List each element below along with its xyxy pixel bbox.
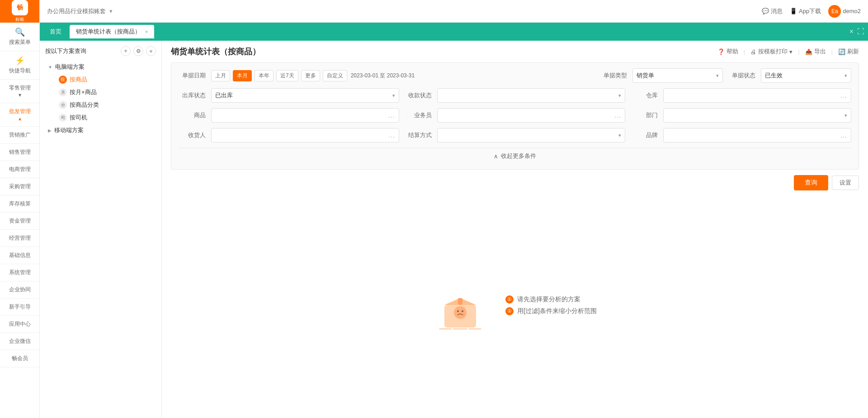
tip2-num: ②: [505, 307, 514, 315]
filter-row-2: 出库状态 已出库 ▾ 收款状态 ▾ 仓库 …: [179, 88, 851, 103]
empty-illustration: [433, 280, 487, 334]
out-status-select[interactable]: 已出库 ▾: [211, 88, 399, 103]
tab-home[interactable]: 首页: [43, 25, 68, 38]
payment-label: 结算方式: [405, 131, 432, 139]
dept-label: 部门: [631, 111, 658, 119]
add-plan-btn[interactable]: +: [121, 46, 131, 56]
date-btn-custom[interactable]: 自定义: [323, 70, 347, 81]
payment-select[interactable]: ▾: [437, 128, 625, 142]
tab-bar-right: × ⛶: [849, 28, 864, 36]
sidebar-item-apps[interactable]: 应用中心: [0, 316, 39, 333]
receipt-status-select[interactable]: ▾: [437, 88, 625, 103]
sidebar-item-wechat[interactable]: 企业微信: [0, 333, 39, 350]
empty-tip-1: ① 请先选择要分析的方案: [505, 295, 597, 304]
help-action[interactable]: ❓ 帮助: [717, 48, 738, 56]
date-btn-last7[interactable]: 近7天: [276, 70, 298, 81]
tab-maximize-btn[interactable]: ⛶: [857, 28, 864, 36]
sidebar-item-basic[interactable]: 基础信息: [0, 247, 39, 264]
tree-item-by-month-product[interactable]: 月 按月+商品: [45, 86, 156, 99]
date-btn-this-month[interactable]: 本月: [233, 70, 252, 81]
dept-select[interactable]: ▾: [663, 108, 851, 123]
sidebar-item-inventory[interactable]: 库存核算: [0, 195, 39, 213]
doc-status-select[interactable]: 已生效 ▾: [761, 68, 851, 83]
page-title: 销货单统计表（按商品）: [171, 46, 260, 57]
print-action[interactable]: 🖨 按模板打印 ▾: [750, 48, 793, 56]
date-btn-more[interactable]: 更多: [301, 70, 320, 81]
svg-rect-1: [458, 298, 462, 305]
date-btn-last-month[interactable]: 上月: [211, 70, 230, 81]
system-label: 系统管理: [2, 269, 38, 276]
setting-button[interactable]: 设置: [832, 176, 859, 190]
tab-minimize-btn[interactable]: ×: [849, 28, 854, 36]
wholesale-label: 批发管理: [2, 108, 38, 115]
sidebar-item-sales[interactable]: 销售管理: [0, 144, 39, 161]
staff-dots[interactable]: …: [614, 111, 621, 119]
refresh-action[interactable]: 🔄 刷新: [838, 48, 859, 56]
tree-pc-section[interactable]: ▼ 电脑端方案: [45, 61, 156, 73]
brand-input[interactable]: …: [663, 128, 851, 142]
query-button[interactable]: 查询: [794, 175, 828, 190]
sidebar-nav: 🔍 搜索菜单 ⚡ 快捷导航 零售管理 ▾ 批发管理 ▴ 营销推广 销售管理 电商…: [0, 23, 39, 418]
tab-active[interactable]: 销货单统计表（按商品） ×: [70, 25, 154, 38]
collapse-panel-btn[interactable]: «: [146, 46, 156, 56]
svg-point-3: [457, 310, 459, 312]
tree-item-by-driver[interactable]: 司 按司机: [45, 111, 156, 124]
sidebar-item-ecommerce[interactable]: 电商管理: [0, 161, 39, 178]
payment-arrow: ▾: [618, 133, 621, 138]
tab-close-icon[interactable]: ×: [145, 29, 148, 34]
tip1-num: ①: [505, 295, 514, 304]
export-action[interactable]: 📤 导出: [805, 48, 826, 56]
app-download-action[interactable]: 📱 App下载: [790, 7, 821, 15]
doc-type-arrow: ▾: [716, 73, 719, 79]
sidebar-item-wholesale[interactable]: 批发管理 ▴: [0, 103, 39, 127]
warehouse-input[interactable]: …: [663, 88, 851, 103]
main-area: 办公用品行业模拟账套 ▾ 💬 消息 📱 App下载 Ea demo2 首页 销货…: [40, 0, 868, 418]
by-category-icon: 分: [59, 101, 67, 109]
dept-arrow: ▾: [844, 113, 847, 119]
retail-arrow: ▾: [19, 92, 21, 98]
warehouse-label: 仓库: [631, 91, 658, 100]
receiver-input[interactable]: …: [211, 128, 399, 142]
sidebar-quicknav[interactable]: ⚡ 快捷导航: [0, 51, 39, 80]
filter-area: 单据日期 上月 本月 本年 近7天 更多 自定义 2023-03-01 至 20…: [162, 57, 868, 175]
sidebar-item-operations[interactable]: 经营管理: [0, 230, 39, 247]
settings-plan-btn[interactable]: ⚙: [133, 46, 143, 56]
sidebar-item-purchase[interactable]: 采购管理: [0, 178, 39, 195]
product-dots[interactable]: …: [388, 111, 395, 119]
receiver-dots[interactable]: …: [388, 131, 395, 139]
empty-svg: [433, 280, 487, 334]
left-panel-header: 按以下方案查询 + ⚙ «: [45, 46, 156, 56]
sidebar-item-finance[interactable]: 资金管理: [0, 213, 39, 230]
tree-mobile-section[interactable]: ▶ 移动端方案: [45, 124, 156, 137]
staff-input[interactable]: …: [437, 108, 625, 123]
header-actions: 💬 消息 📱 App下载 Ea demo2: [762, 5, 861, 18]
top-header-title: 办公用品行业模拟账套 ▾: [47, 7, 755, 15]
tree-item-by-product[interactable]: 按 按商品: [45, 73, 156, 86]
product-input[interactable]: …: [211, 108, 399, 123]
warehouse-dots[interactable]: …: [840, 91, 847, 100]
filter-row-1: 单据日期 上月 本月 本年 近7天 更多 自定义 2023-03-01 至 20…: [179, 68, 851, 83]
sidebar-search[interactable]: 🔍 搜索菜单: [0, 23, 39, 51]
top-header-dropdown-arrow[interactable]: ▾: [109, 8, 113, 14]
sidebar-item-marketing[interactable]: 营销推广: [0, 127, 39, 144]
app-logo[interactable]: 畅 标账: [0, 0, 39, 23]
date-btn-this-year[interactable]: 本年: [255, 70, 274, 81]
sidebar-item-retail[interactable]: 零售管理 ▾: [0, 80, 39, 103]
tree-item-by-category[interactable]: 分 按商品分类: [45, 99, 156, 111]
collapse-bar[interactable]: ∧ 收起更多条件: [179, 148, 851, 164]
message-action[interactable]: 💬 消息: [762, 7, 783, 15]
doc-type-select[interactable]: 销货单 ▾: [632, 68, 723, 83]
sidebar-item-system[interactable]: 系统管理: [0, 264, 39, 281]
date-label: 单据日期: [179, 71, 206, 80]
sidebar-item-member[interactable]: 畅会员: [0, 350, 39, 367]
user-profile[interactable]: Ea demo2: [828, 5, 861, 18]
filter-section: 单据日期 上月 本月 本年 近7天 更多 自定义 2023-03-01 至 20…: [171, 62, 859, 170]
sidebar-item-enterprise[interactable]: 企业协同: [0, 281, 39, 299]
search-icon: 🔍: [2, 27, 38, 37]
staff-label: 业务员: [405, 111, 432, 119]
sidebar-item-newbie[interactable]: 新手引导: [0, 299, 39, 316]
brand-dots[interactable]: …: [840, 131, 847, 139]
content-area: 按以下方案查询 + ⚙ « ▼ 电脑端方案 按 按商品 月: [40, 41, 868, 418]
export-icon: 📤: [805, 48, 812, 55]
newbie-label: 新手引导: [2, 303, 38, 311]
